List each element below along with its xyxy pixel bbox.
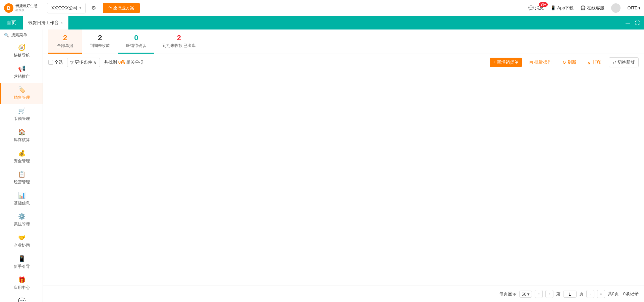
app-download-item[interactable]: 📱 App下载 <box>550 5 574 11</box>
sales-icon: 🏷️ <box>18 86 25 94</box>
next-page-button[interactable]: › <box>586 290 594 298</box>
sidebar-item-label: 系统管理 <box>14 222 30 227</box>
checkbox-icon <box>48 60 53 65</box>
per-page-value: 50 <box>522 292 526 297</box>
stat-label-3: 到期未收款 已出库 <box>162 43 196 49</box>
tab-home[interactable]: 首页 <box>0 16 23 29</box>
sidebar-item-app-center[interactable]: 🎁 应用中心 <box>0 273 43 294</box>
sidebar-item-label: 营销推广 <box>14 74 30 79</box>
avatar[interactable] <box>611 3 621 13</box>
toolbar: 全选 ▽ 更多条件 ∨ 共找到 0条 相关单据 + 新增销货单 ⊞ 批量操作 ↻ <box>43 54 644 71</box>
sidebar-item-inventory[interactable]: 🏠 库存核算 <box>0 125 43 146</box>
last-page-button[interactable]: » <box>597 290 605 298</box>
stat-label-2: 旺铺待确认 <box>126 43 146 49</box>
stat-tab-3[interactable]: 2 到期未收款 已出库 <box>154 29 204 54</box>
sidebar-item-label: 采购管理 <box>14 116 30 122</box>
sidebar-item-label: 新手引导 <box>14 264 30 269</box>
found-count: 0条 <box>118 60 125 65</box>
quick-nav-icon: 🧭 <box>18 44 25 51</box>
stat-label-0: 全部单据 <box>57 43 73 49</box>
message-badge: 99+ <box>539 2 548 7</box>
service-label: 在线客服 <box>587 5 604 11</box>
per-page-label: 每页显示 <box>499 291 517 297</box>
sidebar-item-system[interactable]: ⚙️ 系统管理 <box>0 209 43 231</box>
sidebar-item-label: 销售管理 <box>14 95 30 101</box>
sidebar-item-label: 经营管理 <box>14 179 30 185</box>
tab-bar-right: — ⛶ <box>624 19 644 27</box>
company-selector[interactable]: XXXXXX公司 ▾ <box>47 3 86 13</box>
message-icon: 💬 <box>528 5 534 10</box>
inventory-icon: 🏠 <box>18 128 25 136</box>
prev-page-button[interactable]: ‹ <box>545 290 553 298</box>
sidebar-item-operations[interactable]: 📋 经营管理 <box>0 167 43 188</box>
finance-icon: 💰 <box>18 149 25 157</box>
app-label: App下载 <box>557 5 574 11</box>
stat-tab-0[interactable]: 2 全部单据 <box>48 29 82 54</box>
wechat-icon: 💬 <box>18 297 25 302</box>
tab-current-label: 钱货日清工作台 <box>28 20 59 26</box>
logo-text: 畅捷通好生意 <box>15 3 38 8</box>
found-text: 共找到 0条 相关单据 <box>104 59 144 65</box>
tab-current[interactable]: 钱货日清工作台 × <box>23 16 68 29</box>
add-sale-button[interactable]: + 新增销货单 <box>490 58 522 67</box>
sidebar-search[interactable]: 🔍 搜索菜单 <box>0 29 43 41</box>
sidebar-item-sales[interactable]: 🏷️ 销售管理 <box>0 83 43 104</box>
stat-tab-2[interactable]: 0 旺铺待确认 <box>118 29 154 54</box>
app-center-icon: 🎁 <box>18 276 25 284</box>
message-item[interactable]: 💬 消息 99+ <box>528 5 544 11</box>
sidebar-item-wechat[interactable]: 💬 企业微信 <box>0 294 43 302</box>
service-item[interactable]: 🎧 在线客服 <box>580 5 604 11</box>
logo-tag: 标准版 <box>15 8 38 12</box>
cooperation-icon: 🤝 <box>18 234 25 241</box>
sidebar-item-guide[interactable]: 📱 新手引导 <box>0 252 43 273</box>
tab-bar: 首页 钱货日清工作台 × — ⛶ <box>0 16 644 29</box>
sidebar-item-quick-nav[interactable]: 🧭 快捷导航 <box>0 41 43 62</box>
filter-icon: ▽ <box>70 60 73 65</box>
page-number-input[interactable] <box>563 291 577 298</box>
sidebar-item-cooperation[interactable]: 🤝 企业协同 <box>0 231 43 252</box>
sidebar-item-marketing[interactable]: 📢 营销推广 <box>0 62 43 83</box>
main-layout: 🔍 搜索菜单 🧭 快捷导航 📢 营销推广 🏷️ 销售管理 🛒 采购管理 🏠 库存… <box>0 29 644 302</box>
stat-label-1: 到期未收款 <box>90 43 110 49</box>
refresh-button[interactable]: ↻ 刷新 <box>559 58 580 67</box>
sidebar-item-purchase[interactable]: 🛒 采购管理 <box>0 104 43 125</box>
trial-button[interactable]: 体验行业方案 <box>103 3 140 13</box>
total-label: 共0页，0条记录 <box>608 291 639 297</box>
sidebar-item-finance[interactable]: 💰 资金管理 <box>0 146 43 167</box>
filter-label: 更多条件 <box>75 59 92 65</box>
print-button[interactable]: 🖨 打印 <box>584 58 605 67</box>
select-all-checkbox[interactable]: 全选 <box>48 59 63 65</box>
user-name: OfTEn <box>627 5 640 10</box>
search-label: 搜索菜单 <box>11 32 27 38</box>
tab-maximize-icon[interactable]: ⛶ <box>633 19 641 27</box>
stat-tab-1[interactable]: 2 到期未收款 <box>82 29 118 54</box>
chevron-down-icon: ▾ <box>79 6 81 10</box>
first-page-button[interactable]: « <box>535 290 543 298</box>
switch-icon: ⇄ <box>612 60 616 65</box>
sidebar-item-label: 快捷导航 <box>14 53 30 58</box>
stat-num-1: 2 <box>98 34 102 42</box>
basic-info-icon: 📊 <box>18 192 25 199</box>
settings-icon[interactable]: ⚙ <box>88 3 99 13</box>
tab-close-icon[interactable]: × <box>61 21 63 25</box>
operations-icon: 📋 <box>18 171 25 178</box>
tab-minimize-icon[interactable]: — <box>624 19 632 27</box>
table-area <box>43 71 644 286</box>
stat-num-2: 0 <box>134 34 138 42</box>
headset-icon: 🎧 <box>580 5 586 10</box>
batch-operation-button[interactable]: ⊞ 批量操作 <box>526 58 555 67</box>
sidebar-item-label: 企业协同 <box>14 243 30 248</box>
sidebar: 🔍 搜索菜单 🧭 快捷导航 📢 营销推广 🏷️ 销售管理 🛒 采购管理 🏠 库存… <box>0 29 43 302</box>
guide-icon: 📱 <box>18 255 25 262</box>
switch-version-button[interactable]: ⇄ 切换新版 <box>609 57 639 67</box>
pagination: 每页显示 50 ▾ « ‹ 第 页 › » 共0页，0条记录 <box>43 286 644 302</box>
logo-icon: B <box>4 3 13 13</box>
filter-chevron: ∨ <box>94 60 97 65</box>
logo-area: B 畅捷通好生意 标准版 <box>4 3 47 13</box>
sidebar-item-label: 库存核算 <box>14 137 30 143</box>
per-page-select[interactable]: 50 ▾ <box>519 291 532 298</box>
page-prefix: 第 <box>556 291 560 297</box>
sidebar-item-basic-info[interactable]: 📊 基础信息 <box>0 188 43 209</box>
purchase-icon: 🛒 <box>18 107 25 115</box>
filter-button[interactable]: ▽ 更多条件 ∨ <box>67 58 100 67</box>
